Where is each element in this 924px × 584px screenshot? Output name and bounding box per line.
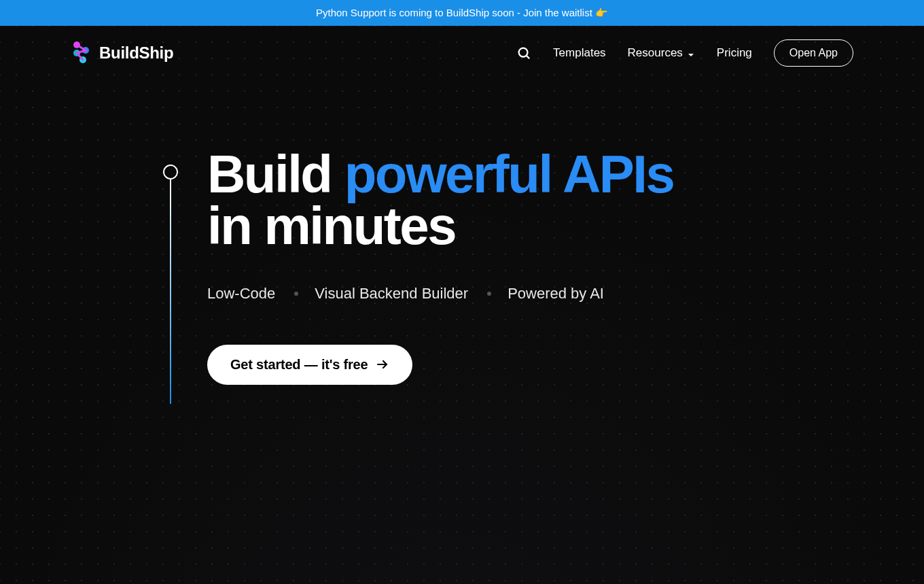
announcement-text: Python Support is coming to BuildShip so…: [316, 7, 608, 19]
hero-features: Low-Code Visual Backend Builder Powered …: [207, 285, 924, 303]
hero-title-part1: Build: [207, 144, 331, 204]
svg-line-5: [527, 56, 529, 58]
nav-templates-label: Templates: [553, 46, 605, 60]
nav-resources[interactable]: Resources: [628, 46, 695, 60]
main-nav: Templates Resources Pricing Open App: [516, 39, 853, 67]
hero-section: Build powerful APIs in minutes Low-Code …: [0, 80, 924, 385]
hero-title-line2: in minutes: [207, 196, 455, 256]
hero-feature-1: Low-Code: [207, 285, 275, 303]
svg-point-4: [519, 48, 528, 57]
hero-feature-2: Visual Backend Builder: [315, 285, 468, 303]
nav-pricing-label: Pricing: [717, 46, 752, 60]
open-app-label: Open App: [789, 47, 838, 58]
hero-title-highlight: powerful APIs: [344, 144, 674, 204]
logo-icon: [71, 41, 91, 65]
open-app-button[interactable]: Open App: [774, 39, 853, 67]
header: BuildShip Templates Resources Pricing Op…: [0, 26, 924, 80]
logo[interactable]: BuildShip: [71, 41, 173, 65]
hero-title: Build powerful APIs in minutes: [207, 148, 924, 252]
get-started-button[interactable]: Get started — it's free: [207, 345, 412, 385]
nav-templates[interactable]: Templates: [553, 46, 605, 60]
nav-resources-label: Resources: [628, 46, 683, 60]
hero-content: Build powerful APIs in minutes Low-Code …: [163, 148, 924, 385]
hero-feature-3: Powered by AI: [508, 285, 604, 303]
announcement-bar[interactable]: Python Support is coming to BuildShip so…: [0, 0, 924, 26]
arrow-right-icon: [376, 358, 389, 371]
nav-pricing[interactable]: Pricing: [717, 46, 752, 60]
chevron-down-icon: [687, 49, 695, 57]
cta-label: Get started — it's free: [230, 357, 368, 373]
logo-text: BuildShip: [99, 44, 173, 63]
search-icon[interactable]: [516, 46, 531, 61]
